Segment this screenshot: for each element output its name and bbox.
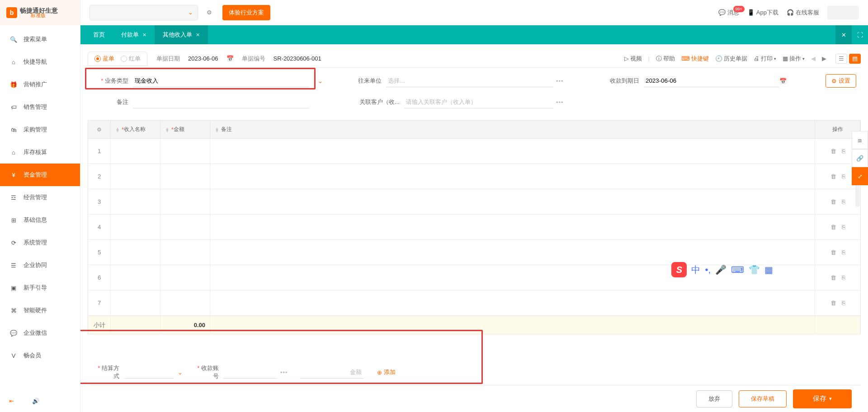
- abandon-button[interactable]: 放弃: [696, 390, 732, 407]
- support-button[interactable]: 🎧 在线客服: [787, 9, 819, 17]
- more-icon[interactable]: •••: [553, 99, 566, 106]
- ime-mic-icon[interactable]: 🎤: [715, 264, 726, 275]
- delete-icon[interactable]: 🗑: [830, 249, 836, 256]
- tab-2[interactable]: 其他收入单✕: [155, 25, 208, 44]
- sidebar-item-11[interactable]: ▣新手引导: [0, 276, 80, 299]
- experience-plan-button[interactable]: 体验行业方案: [222, 5, 270, 20]
- sidebar-item-10[interactable]: ☰企业协同: [0, 254, 80, 276]
- sidebar-item-2[interactable]: 🎁营销推广: [0, 73, 80, 96]
- add-settle-button[interactable]: ⊕ 添加: [377, 368, 396, 376]
- biz-type-input[interactable]: [133, 75, 309, 87]
- sidebar-item-14[interactable]: V畅会员: [0, 344, 80, 367]
- doc-date-value[interactable]: 2023-06-06: [188, 55, 218, 62]
- sidebar-item-12[interactable]: ⌘智能硬件: [0, 299, 80, 322]
- table-row[interactable]: 1🗑⎘: [88, 139, 860, 164]
- table-row[interactable]: 5🗑⎘: [88, 240, 860, 265]
- delete-icon[interactable]: 🗑: [830, 198, 836, 205]
- delete-icon[interactable]: 🗑: [830, 148, 836, 154]
- save-draft-button[interactable]: 保存草稿: [739, 390, 787, 407]
- table-row[interactable]: 4🗑⎘: [88, 215, 860, 240]
- copy-icon[interactable]: ⎘: [842, 274, 845, 281]
- ime-toolbar[interactable]: S 中 •, 🎤 ⌨ 👕 ▦: [671, 262, 773, 277]
- settle-account-input[interactable]: [223, 366, 278, 379]
- table-row[interactable]: 2🗑⎘: [88, 164, 860, 189]
- sidebar-item-13[interactable]: 💬企业微信: [0, 322, 80, 344]
- ime-keyboard-icon[interactable]: ⌨: [731, 264, 744, 275]
- app-download-button[interactable]: 📱 App下载: [747, 9, 778, 17]
- messages-button[interactable]: 💬 消息 99+: [718, 9, 739, 17]
- col-remark[interactable]: ▲▼备注: [210, 121, 815, 138]
- delete-icon[interactable]: 🗑: [830, 300, 836, 306]
- org-selector[interactable]: ⌄: [90, 5, 198, 20]
- shortcut-link[interactable]: ⌨快捷键: [681, 55, 709, 63]
- more-icon[interactable]: •••: [553, 78, 566, 84]
- logo: b 畅捷通好生意 标准版: [0, 0, 80, 25]
- settle-amount-input[interactable]: [300, 366, 363, 379]
- col-income-name[interactable]: ▲▼* 收入名称: [111, 121, 160, 138]
- gear-icon[interactable]: ⚙: [203, 6, 216, 19]
- calendar-icon[interactable]: 📅: [779, 78, 787, 84]
- help-icon: ⓘ: [656, 55, 662, 63]
- user-avatar[interactable]: [827, 6, 859, 19]
- chevron-down-icon[interactable]: ⌄: [178, 369, 183, 376]
- sound-icon[interactable]: 🔊: [32, 398, 39, 404]
- settings-button[interactable]: ⚙ 设置: [826, 74, 856, 88]
- rail-expand-button[interactable]: ⤢: [852, 167, 868, 185]
- sidebar-item-8[interactable]: ⊞基础信息: [0, 209, 80, 231]
- related-input[interactable]: [404, 96, 553, 108]
- party-input[interactable]: [386, 75, 553, 87]
- sidebar-item-3[interactable]: 🏷销售管理: [0, 96, 80, 118]
- copy-icon[interactable]: ⎘: [842, 173, 845, 180]
- due-input[interactable]: [644, 75, 779, 87]
- table-row[interactable]: 7🗑⎘: [88, 290, 860, 316]
- print-link[interactable]: 🖨打印▾: [754, 55, 776, 63]
- view-form-button[interactable]: ▤: [849, 54, 861, 64]
- collapse-icon[interactable]: ⇤: [9, 398, 14, 404]
- help-link[interactable]: ⓘ帮助: [656, 55, 675, 63]
- radio-red[interactable]: 红单: [121, 55, 141, 63]
- table-row[interactable]: 3🗑⎘: [88, 189, 860, 215]
- sidebar-item-5[interactable]: ⌂库存核算: [0, 141, 80, 164]
- ime-punct-icon[interactable]: •,: [705, 265, 711, 275]
- settle-method-input[interactable]: [124, 366, 174, 379]
- more-icon[interactable]: •••: [278, 369, 291, 376]
- operate-link[interactable]: ▦操作▾: [783, 55, 805, 63]
- calendar-icon[interactable]: 📅: [226, 55, 234, 62]
- col-amount[interactable]: ▲▼* 金额: [160, 121, 210, 138]
- copy-icon[interactable]: ⎘: [842, 249, 845, 256]
- close-icon[interactable]: ✕: [142, 32, 146, 38]
- tab-fullscreen-button[interactable]: ⛶: [852, 25, 868, 44]
- view-list-button[interactable]: ☰: [835, 54, 847, 64]
- chevron-down-icon[interactable]: ⌄: [318, 78, 323, 84]
- history-link[interactable]: 🕘历史单据: [715, 55, 747, 63]
- ime-toolbox-icon[interactable]: ▦: [764, 264, 773, 275]
- next-icon[interactable]: ▶: [822, 55, 826, 62]
- tab-close-all-button[interactable]: ✕: [835, 25, 852, 44]
- copy-icon[interactable]: ⎘: [842, 198, 845, 205]
- ime-lang[interactable]: 中: [691, 264, 700, 276]
- tab-0[interactable]: 首页: [85, 25, 113, 44]
- video-link[interactable]: ▷视频: [624, 55, 642, 63]
- sidebar-item-9[interactable]: ⟳系统管理: [0, 231, 80, 254]
- copy-icon[interactable]: ⎘: [842, 300, 845, 306]
- sidebar-item-7[interactable]: ☲经营管理: [0, 186, 80, 209]
- copy-icon[interactable]: ⎘: [842, 224, 845, 230]
- sidebar-item-1[interactable]: ⌂快捷导航: [0, 51, 80, 73]
- close-icon[interactable]: ✕: [196, 32, 200, 38]
- remark-input[interactable]: [133, 96, 309, 108]
- radio-blue[interactable]: 蓝单: [94, 55, 114, 63]
- delete-icon[interactable]: 🗑: [830, 274, 836, 281]
- sidebar-item-0[interactable]: 🔍搜索菜单: [0, 28, 80, 51]
- delete-icon[interactable]: 🗑: [830, 224, 836, 230]
- sidebar-item-6[interactable]: ¥资金管理: [0, 164, 80, 186]
- ime-skin-icon[interactable]: 👕: [749, 264, 760, 275]
- column-settings-button[interactable]: ⚙: [88, 121, 111, 138]
- save-button[interactable]: 保存 ▾: [793, 389, 852, 408]
- tab-1[interactable]: 付款单✕: [113, 25, 155, 44]
- prev-icon[interactable]: ◀: [811, 55, 816, 62]
- rail-note-button[interactable]: 🗈: [852, 131, 868, 149]
- copy-icon[interactable]: ⎘: [842, 148, 845, 154]
- sidebar-item-4[interactable]: 🛍采购管理: [0, 118, 80, 141]
- rail-attach-button[interactable]: 🔗: [852, 149, 868, 167]
- delete-icon[interactable]: 🗑: [830, 173, 836, 180]
